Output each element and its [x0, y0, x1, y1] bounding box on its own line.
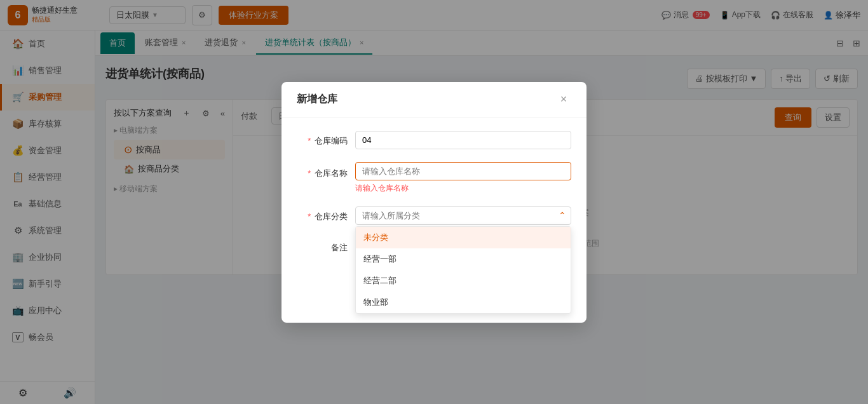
warehouse-category-dropdown: ⌃ 未分类 经营一部 经营二部 物业部: [355, 206, 571, 225]
content-area: 首页 账套管理 × 进货退货 × 进货单统计表（按商品） × ⊟ ⊞ 进货单统计…: [95, 30, 868, 404]
warehouse-name-input[interactable]: [355, 162, 571, 180]
modal-body: * 仓库编码 * 仓库名称: [281, 118, 587, 288]
modal-overlay: 新增仓库 × * 仓库编码: [95, 30, 868, 404]
warehouse-name-label: * 仓库名称: [297, 163, 348, 179]
add-warehouse-modal: 新增仓库 × * 仓库编码: [281, 82, 587, 323]
warehouse-code-input[interactable]: [355, 131, 571, 149]
dropdown-item-property[interactable]: 物业部: [356, 292, 571, 313]
warehouse-category-row: * 仓库分类 ⌃ 未分类 经营一部 经营二部 物业部: [297, 206, 571, 225]
warehouse-note-label: 备注: [297, 238, 348, 253]
dropdown-item-uncategorized[interactable]: 未分类: [356, 227, 571, 248]
warehouse-category-label: * 仓库分类: [297, 206, 348, 222]
warehouse-code-row: * 仓库编码: [297, 131, 571, 149]
dropdown-item-dept1[interactable]: 经营一部: [356, 248, 571, 270]
modal-close-button[interactable]: ×: [556, 92, 571, 107]
warehouse-category-input[interactable]: [355, 206, 571, 225]
modal-title: 新增仓库: [297, 93, 337, 106]
warehouse-code-label: * 仓库编码: [297, 131, 348, 147]
category-dropdown-list: 未分类 经营一部 经营二部 物业部: [355, 226, 571, 314]
modal-header: 新增仓库 ×: [281, 82, 587, 118]
main-layout: 🏠 首页 📊 销售管理 🛒 采购管理 📦 库存核算 💰 资金管理 📋 经营管理 …: [0, 30, 868, 404]
warehouse-name-row: * 仓库名称 请输入仓库名称: [297, 162, 571, 194]
warehouse-name-error: 请输入仓库名称: [355, 183, 409, 194]
dropdown-item-dept2[interactable]: 经营二部: [356, 270, 571, 292]
